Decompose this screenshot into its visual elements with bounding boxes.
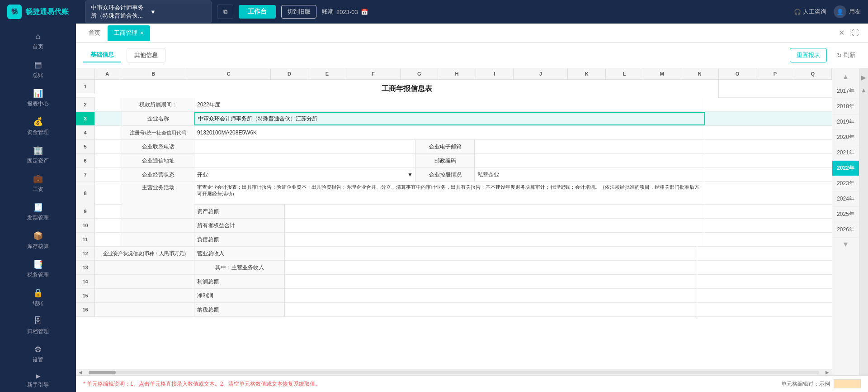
cell-13val[interactable] bbox=[285, 261, 697, 274]
scroll-left-arrow[interactable]: ◀ bbox=[76, 370, 85, 375]
cell-15val[interactable] bbox=[285, 289, 697, 302]
year-2018[interactable]: 2018年 bbox=[832, 99, 859, 115]
sidebar-item-close[interactable]: 🔒 结账 bbox=[0, 283, 76, 312]
cell-10C: 所有者权益合计 bbox=[194, 219, 285, 232]
tab-close-icon[interactable]: × bbox=[140, 29, 144, 36]
cell-12C: 营业总收入 bbox=[194, 247, 285, 260]
collapse-right-icon[interactable]: ▶ bbox=[859, 72, 868, 83]
sidebar-item-asset[interactable]: 🏢 固定资产 bbox=[0, 141, 76, 169]
year-2020[interactable]: 2020年 bbox=[832, 130, 859, 145]
cell-title[interactable]: 工商年报信息表 bbox=[95, 80, 719, 98]
row-num-14: 14 bbox=[76, 275, 95, 288]
cell-2A[interactable] bbox=[95, 98, 122, 111]
cell-6K[interactable] bbox=[475, 154, 705, 167]
expand-up-icon[interactable]: ▲ bbox=[859, 85, 868, 96]
cell-10val[interactable] bbox=[285, 219, 705, 232]
example-cell bbox=[834, 379, 861, 388]
cell-5K[interactable] bbox=[475, 140, 705, 153]
close-window-button[interactable]: ✕ bbox=[837, 27, 846, 39]
cell-6A[interactable] bbox=[95, 154, 122, 167]
old-version-button[interactable]: 切到旧版 bbox=[281, 5, 316, 19]
sidebar-item-salary[interactable]: 💼 工资 bbox=[0, 169, 76, 198]
company-selector[interactable]: 中审众环会计师事务所（特殊普通合伙... ▼ bbox=[85, 0, 212, 23]
cell-3A[interactable] bbox=[95, 112, 122, 125]
copy-button[interactable]: ⧉ bbox=[217, 5, 233, 19]
sidebar-item-archive[interactable]: 🗄 归档管理 bbox=[0, 312, 76, 340]
tab-home[interactable]: 首页 bbox=[83, 25, 106, 41]
cell-14val[interactable] bbox=[285, 275, 697, 288]
sidebar-item-home[interactable]: ⌂ 首页 bbox=[0, 27, 76, 55]
sidebar-label-fund: 资金管理 bbox=[27, 129, 49, 136]
workbench-button[interactable]: 工作台 bbox=[239, 5, 276, 19]
sidebar-item-ledger[interactable]: ▤ 总账 bbox=[0, 55, 76, 84]
cell-11val[interactable] bbox=[285, 233, 705, 246]
scroll-thumb[interactable] bbox=[89, 371, 116, 374]
table-row: 7 企业经营状态 开业 ▼ 企业控股情况 私营企业 bbox=[76, 168, 832, 182]
maximize-window-button[interactable]: ⛶ bbox=[850, 27, 861, 39]
table-body: 1 工商年报信息表 2 税款所属期间： 2022年度 3 bbox=[76, 80, 832, 369]
refresh-button[interactable]: ↻ 刷新 bbox=[831, 48, 861, 62]
cell-4A[interactable] bbox=[95, 126, 122, 139]
sidebar-item-invoice[interactable]: 🧾 发票管理 bbox=[0, 198, 76, 226]
close-book-icon: 🔒 bbox=[33, 288, 43, 298]
year-2017[interactable]: 2017年 bbox=[832, 84, 859, 99]
user-menu[interactable]: 👤 用友 bbox=[834, 5, 861, 18]
cell-5A[interactable] bbox=[95, 140, 122, 153]
sidebar-item-tax[interactable]: 📑 税务管理 bbox=[0, 255, 76, 283]
cell-6C[interactable] bbox=[194, 154, 416, 167]
year-2025[interactable]: 2025年 bbox=[832, 207, 859, 222]
sidebar-item-settings[interactable]: ⚙ 设置 bbox=[0, 340, 76, 368]
account-period: 账期 2023-03 📅 bbox=[322, 8, 368, 16]
cell-7K[interactable]: 私营企业 bbox=[475, 168, 705, 182]
tax-icon: 📑 bbox=[33, 259, 43, 269]
reset-report-button[interactable]: 重置报表 bbox=[790, 48, 827, 62]
tab-gongshang[interactable]: 工商管理 × bbox=[108, 25, 150, 41]
service-button[interactable]: 🎧 人工咨询 bbox=[794, 8, 826, 16]
cell-2B: 税款所属期间： bbox=[122, 98, 194, 111]
sidebar-item-inventory[interactable]: 📦 库存核算 bbox=[0, 226, 76, 255]
calendar-icon[interactable]: 📅 bbox=[361, 9, 368, 15]
year-2026[interactable]: 2026年 bbox=[832, 222, 859, 238]
row-num-1: 1 bbox=[76, 80, 95, 93]
col-header-F: F bbox=[346, 68, 401, 79]
horizontal-scrollbar[interactable]: ◀ ▶ bbox=[76, 369, 832, 375]
cell-4C[interactable]: 91320100MA208E5W6K bbox=[194, 126, 705, 139]
cell-2C[interactable]: 2022年度 bbox=[194, 98, 705, 111]
cell-7J: 企业控股情况 bbox=[416, 168, 475, 182]
chevron-down-icon: ▼ bbox=[150, 9, 206, 15]
dropdown-icon[interactable]: ▼ bbox=[407, 172, 413, 178]
year-up-arrow[interactable]: ▲ bbox=[832, 70, 859, 84]
new-guide-button[interactable]: ▶ 新手引导 bbox=[0, 368, 76, 392]
cell-8A[interactable] bbox=[95, 182, 122, 205]
cell-9val[interactable] bbox=[285, 205, 705, 218]
cell-11A[interactable] bbox=[95, 233, 122, 246]
cell-10A[interactable] bbox=[95, 219, 122, 232]
year-2023[interactable]: 2023年 bbox=[832, 176, 859, 191]
bottom-right: 单元格编辑过：示例 bbox=[781, 379, 861, 388]
right-collapse-panel[interactable]: ▶ ▲ bbox=[859, 68, 868, 375]
cell-8C[interactable]: 审查企业会计报表；出具审计报告；验证企业资本；出具验资报告；办理企业合并、分立、… bbox=[194, 182, 705, 205]
cell-9C: 资产总额 bbox=[194, 205, 285, 218]
cell-16C: 纳税总额 bbox=[194, 303, 285, 316]
cell-12val[interactable] bbox=[285, 247, 697, 260]
cell-7A[interactable] bbox=[95, 168, 122, 182]
year-2022[interactable]: 2022年 bbox=[832, 161, 859, 176]
cell-16val[interactable] bbox=[285, 303, 697, 316]
sidebar-item-fund[interactable]: 💰 资金管理 bbox=[0, 112, 76, 141]
year-2019[interactable]: 2019年 bbox=[832, 115, 859, 130]
tab-other-info[interactable]: 其他信息 bbox=[127, 48, 165, 62]
cell-7C[interactable]: 开业 ▼ bbox=[194, 168, 416, 182]
sidebar-item-report[interactable]: 📊 报表中心 bbox=[0, 84, 76, 112]
year-down-arrow[interactable]: ▼ bbox=[832, 238, 859, 251]
tab-basic-info[interactable]: 基础信息 bbox=[83, 48, 121, 62]
sidebar-label-home: 首页 bbox=[33, 43, 43, 51]
topbar: 畅 畅捷通易代账 中审众环会计师事务所（特殊普通合伙... ▼ ⧉ 工作台 切到… bbox=[0, 0, 868, 24]
year-2021[interactable]: 2021年 bbox=[832, 145, 859, 161]
sidebar-label-tax: 税务管理 bbox=[27, 271, 49, 279]
cell-5C[interactable] bbox=[194, 140, 416, 153]
scroll-right-arrow[interactable]: ▶ bbox=[823, 370, 832, 375]
scroll-track[interactable] bbox=[89, 371, 819, 374]
cell-3C[interactable]: 中审众环会计师事务所（特殊普通合伙）江苏分所 bbox=[194, 112, 705, 125]
year-2024[interactable]: 2024年 bbox=[832, 191, 859, 207]
cell-9A[interactable] bbox=[95, 205, 122, 218]
